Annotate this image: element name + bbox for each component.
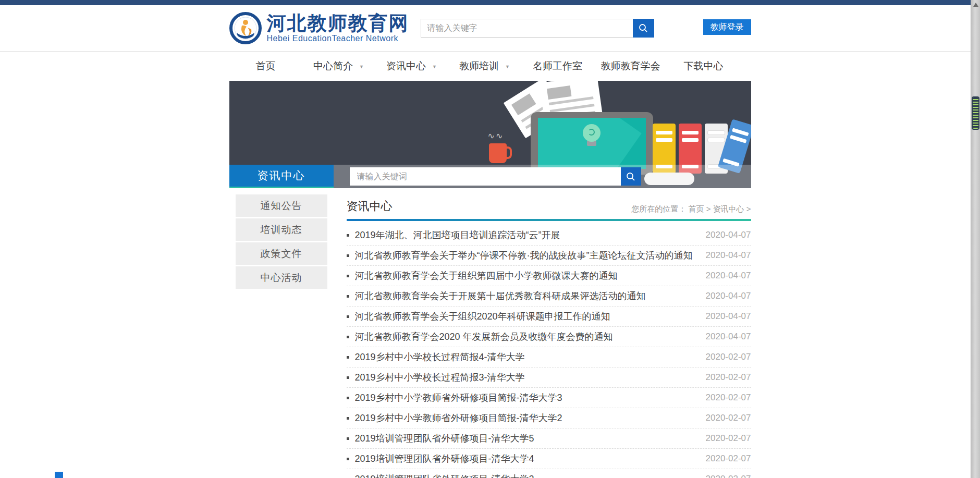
bullet-icon	[347, 295, 349, 298]
sidebar-menu: 通知公告 培训动态 政策文件 中心活动	[229, 188, 334, 478]
sidebar-item-notices[interactable]: 通知公告	[236, 194, 327, 217]
bullet-icon	[347, 234, 349, 237]
steam-illustration: ∿∿	[488, 131, 504, 141]
bullet-icon	[347, 356, 349, 359]
chevron-down-icon: ▼	[359, 64, 364, 69]
news-row[interactable]: 2019乡村中小学校长过程简报3-清华大学2020-02-07	[347, 367, 751, 388]
header-search-input[interactable]	[421, 19, 633, 38]
top-accent-bar	[0, 0, 980, 5]
nav-item-download-center[interactable]: 下载中心	[667, 59, 740, 73]
nav-item-home[interactable]: 首页	[229, 59, 302, 73]
breadcrumb-separator: >	[746, 204, 751, 213]
hero-banner: ∿∿ 资讯中心	[229, 81, 751, 188]
site-subtitle: Hebei EducationTeacher Network	[267, 34, 409, 43]
site-logo[interactable]: 河北教师教育网 Hebei EducationTeacher Network	[229, 12, 409, 44]
main-content: 资讯中心 您所在的位置： 首页 > 资讯中心 > 2019年湖北、河北国培项目培…	[347, 188, 751, 478]
nav-item-master-studio[interactable]: 名师工作室	[521, 59, 594, 73]
bullet-icon	[347, 315, 349, 318]
search-icon	[626, 171, 636, 182]
news-row[interactable]: 河北省教师教育学会2020 年发展新会员及收缴年度会费的通知2020-04-07	[347, 327, 751, 347]
header-search	[421, 19, 654, 38]
bullet-icon	[347, 275, 349, 277]
nav-item-news-center[interactable]: 资讯中心▼	[375, 59, 448, 73]
news-row[interactable]: 2019年湖北、河北国培项目培训追踪活动“云”开展2020-04-07	[347, 225, 751, 246]
page-title: 资讯中心	[347, 199, 393, 214]
breadcrumb: 您所在的位置： 首页 > 资讯中心 >	[631, 204, 751, 214]
teacher-login-button[interactable]: 教师登录	[703, 19, 751, 35]
banner-search-input[interactable]	[350, 167, 621, 186]
news-row[interactable]: 2019乡村中小学教师省外研修项目简报-清华大学22020-02-07	[347, 408, 751, 428]
news-row[interactable]: 河北省教师教育学会关于开展第十届优秀教育科研成果评选活动的通知2020-04-0…	[347, 286, 751, 307]
news-row[interactable]: 河北省教师教育学会关于组织第四届中小学教师微课大赛的通知2020-04-07	[347, 266, 751, 286]
breadcrumb-home-link[interactable]: 首页	[688, 204, 704, 213]
site-header: 河北教师教育网 Hebei EducationTeacher Network 教…	[229, 5, 751, 51]
coffee-cup-illustration	[489, 143, 507, 163]
sidebar-item-training-news[interactable]: 培训动态	[236, 218, 327, 241]
news-row[interactable]: 河北省教师教育学会关于举办“停课不停教·我的战疫故事”主题论坛征文活动的通知20…	[347, 246, 751, 266]
main-nav-bar: 首页 中心简介▼ 资讯中心▼ 教师培训▼ 名师工作室 教师教育学会 下载中心	[0, 51, 980, 81]
breadcrumb-prefix: 您所在的位置：	[631, 204, 686, 213]
nav-item-teacher-training[interactable]: 教师培训▼	[448, 59, 521, 73]
news-row[interactable]: 2019培训管理团队省外研修项目-清华大学22020-02-07	[347, 469, 751, 478]
site-title: 河北教师教育网	[267, 13, 409, 34]
breadcrumb-separator: >	[706, 204, 711, 213]
header-search-button[interactable]	[633, 19, 654, 38]
chevron-down-icon: ▼	[505, 64, 510, 69]
search-icon	[638, 23, 648, 33]
banner-search	[350, 167, 641, 186]
bullet-icon	[347, 376, 349, 379]
main-nav: 首页 中心简介▼ 资讯中心▼ 教师培训▼ 名师工作室 教师教育学会 下载中心	[229, 52, 751, 81]
sidebar-item-center-activities[interactable]: 中心活动	[236, 266, 327, 289]
bottom-left-artifact	[55, 472, 63, 478]
lightbulb-icon	[583, 124, 601, 146]
news-row[interactable]: 2019培训管理团队省外研修项目-清华大学52020-02-07	[347, 428, 751, 449]
bullet-icon	[347, 417, 349, 420]
bullet-icon	[347, 397, 349, 399]
news-row[interactable]: 2019乡村中小学教师省外研修项目简报-清华大学32020-02-07	[347, 388, 751, 408]
page-scrollbar[interactable]	[971, 0, 980, 478]
news-row[interactable]: 2019培训管理团队省外研修项目-清华大学42020-02-07	[347, 449, 751, 469]
nav-item-education-society[interactable]: 教师教育学会	[594, 59, 667, 73]
news-list: 2019年湖北、河北国培项目培训追踪活动“云”开展2020-04-07 河北省教…	[347, 221, 751, 478]
sidebar-item-policy-documents[interactable]: 政策文件	[236, 242, 327, 265]
nav-item-center-intro[interactable]: 中心简介▼	[302, 59, 375, 73]
sidebar-section-title: 资讯中心	[229, 165, 334, 188]
news-row[interactable]: 2019乡村中小学校长过程简报4-清华大学2020-02-07	[347, 347, 751, 367]
banner-search-button[interactable]	[621, 167, 641, 186]
bullet-icon	[347, 336, 349, 338]
scrollbar-up-arrow-icon[interactable]	[973, 3, 978, 7]
scrollbar-thumb[interactable]	[972, 96, 979, 130]
bullet-icon	[347, 254, 349, 257]
bullet-icon	[347, 458, 349, 460]
news-row[interactable]: 河北省教师教育学会关于组织2020年科研课题申报工作的通知2020-04-07	[347, 307, 751, 327]
logo-emblem-icon	[229, 12, 262, 44]
bullet-icon	[347, 437, 349, 440]
chevron-down-icon: ▼	[432, 64, 437, 69]
breadcrumb-current-link[interactable]: 资讯中心	[713, 204, 744, 213]
